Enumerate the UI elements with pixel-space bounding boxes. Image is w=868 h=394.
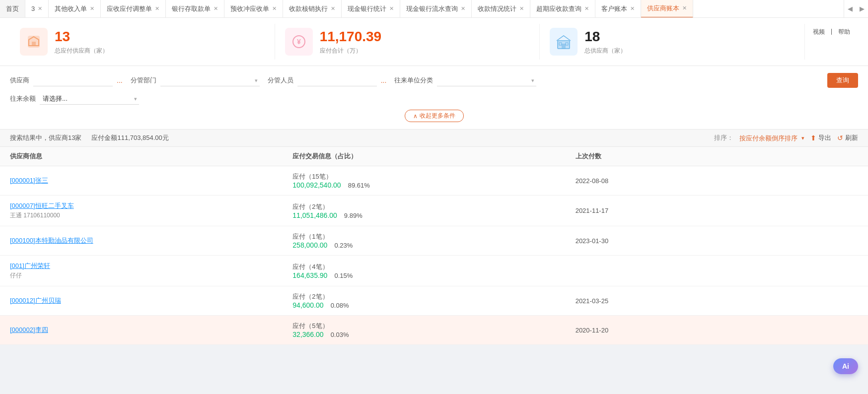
supplier-link-000002[interactable]: [000002]李四: [10, 326, 48, 333]
supplier-dots-btn[interactable]: ...: [117, 76, 123, 84]
supplier-link-000100[interactable]: [000100]本特勤油品有限公司: [10, 237, 93, 244]
supplier-link-000012[interactable]: [000012]广州贝瑞: [10, 297, 61, 304]
table-row: [000007]恒旺二手叉车 王通 17106110000 应付（2笔） 11,…: [0, 196, 868, 226]
tx-amount-000007[interactable]: 11,051,486.00: [292, 211, 337, 219]
help-link[interactable]: 帮助: [838, 28, 850, 36]
supplier-cell-000100: [000100]本特勤油品有限公司: [10, 236, 292, 245]
nav-label-payment-write-off: 收款核销执行: [289, 4, 328, 13]
video-link[interactable]: 视频: [813, 28, 825, 36]
close-icon-tab3[interactable]: ✕: [38, 5, 42, 12]
tx-label-000007: 应付（2笔）: [292, 202, 575, 211]
summary-card-total-suppliers: 18 总供应商（家）: [540, 24, 805, 60]
supplier-cell-001: [001]广州荣轩 仔仔: [10, 262, 292, 280]
nav-item-overdue-ar[interactable]: 超期应收款查询 ✕: [530, 0, 595, 18]
tx-pct-000001: 89.61%: [348, 182, 370, 189]
nav-label-prepay-ar: 预收冲应收单: [230, 4, 269, 13]
supplier-cell-000001: [000001]张三: [10, 176, 292, 185]
filter-balance: 往来余额 请选择...: [10, 93, 139, 105]
last-pay-cell-000012: 2021-03-25: [576, 297, 858, 305]
dept-select[interactable]: [160, 74, 260, 86]
filter-person: 分管人员 ...: [268, 74, 387, 86]
payable-total-label: 应付合计（万）: [320, 47, 382, 55]
tx-cell-000001: 应付（15笔） 100,092,540.00 89.61%: [292, 172, 575, 189]
nav-label-payment-stat: 收款情况统计: [478, 4, 516, 13]
refresh-icon: ↺: [837, 134, 843, 142]
person-dots-btn[interactable]: ...: [381, 76, 387, 84]
payable-suppliers-value: 13: [55, 28, 108, 45]
supplier-cell-000012: [000012]广州贝瑞: [10, 296, 292, 305]
last-pay-000007: 2021-11-17: [576, 207, 609, 214]
nav-arrows: ◀ ▶: [844, 0, 868, 18]
tx-pct-000012: 0.08%: [331, 302, 349, 309]
close-icon-cash-bank-flow[interactable]: ✕: [461, 5, 465, 12]
tx-amount-001[interactable]: 164,635.90: [292, 271, 327, 279]
supplier-link-000001[interactable]: [000001]张三: [10, 177, 48, 184]
close-icon-cash-bank-stat[interactable]: ✕: [389, 5, 394, 12]
supplier-sub-001: 仔仔: [10, 271, 292, 280]
refresh-label: 刷新: [845, 133, 858, 142]
close-icon-payment-write-off[interactable]: ✕: [331, 5, 335, 12]
nav-label-ar-ap-adjust: 应收应付调整单: [107, 4, 152, 13]
close-icon-overdue-ar[interactable]: ✕: [584, 5, 589, 12]
supplier-link-001[interactable]: [001]广州荣轩: [10, 262, 50, 269]
nav-item-supplier-book[interactable]: 供应商账本 ✕: [641, 0, 693, 18]
supplier-table: 供应商信息 应付交易信息（占比） 上次付数 [000001]张三 应付（15笔）…: [0, 147, 868, 345]
tx-pct-000002: 0.03%: [331, 331, 349, 338]
category-select[interactable]: [437, 74, 536, 86]
search-button[interactable]: 查询: [827, 73, 858, 88]
result-count: 搜索结果中，供应商13家: [10, 133, 81, 142]
payable-suppliers-label: 总应付供应商（家）: [55, 47, 108, 55]
nav-item-payment-write-off[interactable]: 收款核销执行 ✕: [283, 0, 342, 18]
tx-amount-000001[interactable]: 100,092,540.00: [292, 181, 341, 189]
nav-item-cash-bank-flow[interactable]: 现金银行流水查询 ✕: [400, 0, 472, 18]
balance-select[interactable]: 请选择...: [40, 93, 139, 105]
close-icon-payment-stat[interactable]: ✕: [519, 5, 524, 12]
filter-category: 往来单位分类: [394, 74, 536, 86]
table-row: [000002]李四 应付（5笔） 32,366.00 0.03% 2020-1…: [0, 316, 868, 345]
sort-prefix: 排序：: [714, 133, 733, 142]
store-icon: [550, 28, 578, 56]
nav-item-home[interactable]: 首页: [0, 0, 25, 18]
tx-label-000001: 应付（15笔）: [292, 172, 575, 181]
sort-select[interactable]: 按应付余额倒序排序: [739, 134, 804, 142]
nav-item-cash-bank-stat[interactable]: 现金银行统计 ✕: [342, 0, 400, 18]
dept-label: 分管部门: [131, 76, 156, 85]
close-icon-supplier-book[interactable]: ✕: [682, 5, 687, 11]
person-input[interactable]: [297, 74, 377, 86]
collapse-button[interactable]: ∧ 收起更多条件: [405, 110, 464, 122]
supplier-link-000007[interactable]: [000007]恒旺二手叉车: [10, 202, 74, 209]
export-button[interactable]: ⬆ 导出: [810, 133, 831, 142]
supplier-input[interactable]: [33, 74, 113, 86]
nav-prev-arrow[interactable]: ◀: [844, 0, 856, 18]
close-icon-bank-deposit[interactable]: ✕: [214, 5, 218, 12]
export-icon: ⬆: [810, 134, 816, 142]
nav-next-arrow[interactable]: ▶: [856, 0, 868, 18]
svg-rect-2: [32, 42, 36, 46]
person-label: 分管人员: [268, 76, 293, 85]
nav-item-other-income[interactable]: 其他收入单 ✕: [49, 0, 101, 18]
close-icon-prepay-ar[interactable]: ✕: [272, 5, 277, 12]
nav-item-customer-book[interactable]: 客户账本 ✕: [595, 0, 641, 18]
tx-amount-000002[interactable]: 32,366.00: [292, 330, 323, 338]
tx-amount-000100[interactable]: 258,000.00: [292, 241, 327, 249]
tx-cell-000002: 应付（5笔） 32,366.00 0.03%: [292, 322, 575, 338]
nav-item-ar-ap-adjust[interactable]: 应收应付调整单 ✕: [101, 0, 166, 18]
tx-label-000002: 应付（5笔）: [292, 322, 575, 330]
nav-item-prepay-ar[interactable]: 预收冲应收单 ✕: [224, 0, 283, 18]
tx-cell-001: 应付（4笔） 164,635.90 0.15%: [292, 263, 575, 279]
close-icon-other-income[interactable]: ✕: [90, 5, 94, 12]
nav-label-cash-bank-stat: 现金银行统计: [348, 4, 386, 13]
close-icon-customer-book[interactable]: ✕: [630, 5, 635, 12]
summary-card-payable-suppliers: 13 总应付供应商（家）: [10, 24, 275, 60]
tx-cell-000007: 应付（2笔） 11,051,486.00 9.89%: [292, 202, 575, 219]
close-icon-ar-ap-adjust[interactable]: ✕: [155, 5, 159, 12]
nav-item-bank-deposit[interactable]: 银行存取款单 ✕: [166, 0, 224, 18]
svg-text:¥: ¥: [297, 38, 301, 46]
tx-amount-000012[interactable]: 94,600.00: [292, 301, 323, 309]
tx-label-000012: 应付（2笔）: [292, 292, 575, 301]
nav-item-payment-stat[interactable]: 收款情况统计 ✕: [472, 0, 530, 18]
refresh-button[interactable]: ↺ 刷新: [837, 133, 858, 142]
last-pay-000012: 2021-03-25: [576, 297, 609, 305]
nav-item-tab3[interactable]: 3 ✕: [25, 0, 49, 18]
supplier-cell-000007: [000007]恒旺二手叉车 王通 17106110000: [10, 201, 292, 220]
